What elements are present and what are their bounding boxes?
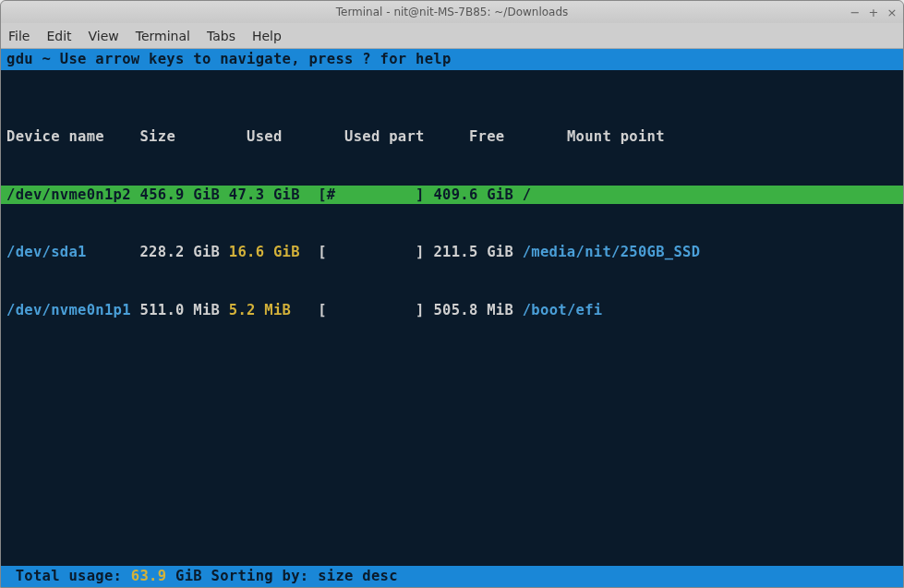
device-free: 211.5 GiB [433,244,513,260]
menu-file[interactable]: File [8,29,30,43]
menubar: File Edit View Terminal Tabs Help [1,23,903,49]
footer-suffix: GiB Sorting by: size desc [166,568,397,584]
device-size: 228.2 GiB [139,244,220,260]
footer-prefix: Total usage: [6,568,131,584]
device-usedbar: [# ] [318,186,425,203]
device-size: 456.9 GiB [140,186,221,203]
menu-help[interactable]: Help [252,29,282,43]
minimize-icon[interactable]: − [850,6,861,19]
menu-tabs[interactable]: Tabs [207,29,235,43]
device-row[interactable]: /dev/sda1 228.2 GiB 16.6 GiB [ ] 211.5 G… [1,243,903,262]
device-used: 16.6 GiB [229,244,300,260]
device-free: 409.6 GiB [433,186,513,203]
col-free: Free [469,128,505,145]
terminal-window: Terminal - nit@nit-MS-7B85: ~/Downloads … [0,0,904,588]
terminal-screen[interactable]: gdu ~ Use arrow keys to navigate, press … [1,49,903,587]
device-mount: /boot/efi [523,302,603,318]
col-usedpart: Used part [344,128,425,145]
device-size: 511.0 MiB [140,302,221,318]
window-titlebar[interactable]: Terminal - nit@nit-MS-7B85: ~/Downloads … [1,1,903,23]
close-icon[interactable]: × [886,6,898,19]
maximize-icon[interactable]: + [868,6,879,19]
device-row[interactable]: /dev/nvme0n1p1 511.0 MiB 5.2 MiB [ ] 505… [1,301,903,320]
device-usedbar: [ ] [318,244,425,260]
menu-terminal[interactable]: Terminal [136,29,190,43]
device-mount: /media/nit/250GB_SSD [523,244,701,260]
gdu-body: Device name Size Used Used part Free Mou… [1,70,903,566]
gdu-header: gdu ~ Use arrow keys to navigate, press … [1,49,903,70]
device-used: 5.2 MiB [229,302,291,318]
window-title: Terminal - nit@nit-MS-7B85: ~/Downloads [336,6,569,18]
device-name: /dev/nvme0n1p1 [6,302,131,318]
device-usedbar: [ ] [318,302,425,318]
menu-view[interactable]: View [89,29,119,43]
device-name: /dev/nvme0n1p2 [6,186,131,203]
gdu-footer: Total usage: 63.9 GiB Sorting by: size d… [1,566,903,587]
device-used: 47.3 GiB [229,186,300,203]
window-controls: − + × [850,6,898,19]
device-free: 505.8 MiB [433,302,513,318]
menu-edit[interactable]: Edit [46,29,71,43]
col-size: Size [139,128,175,145]
gdu-column-headers: Device name Size Used Used part Free Mou… [1,127,903,147]
device-mount: / [523,186,532,203]
col-device: Device name [6,128,104,145]
footer-total: 63.9 [131,568,167,584]
device-row[interactable]: /dev/nvme0n1p2 456.9 GiB 47.3 GiB [# ] 4… [1,186,903,205]
device-name: /dev/sda1 [6,244,87,260]
col-mount: Mount point [567,128,665,145]
col-used: Used [247,128,283,145]
